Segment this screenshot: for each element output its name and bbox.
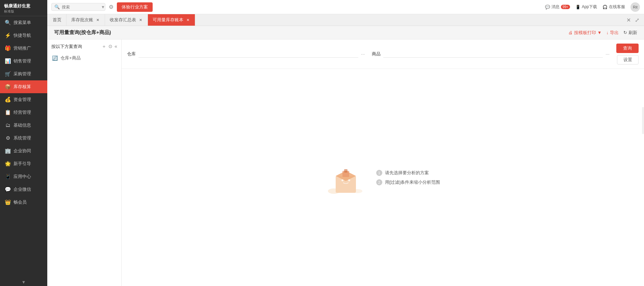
sidebar-item-newbie[interactable]: 🌟新手引导 (0, 157, 47, 170)
product-field: 商品 ··· (372, 50, 610, 58)
nav-icon-sales: 📊 (5, 58, 11, 64)
support-btn[interactable]: 🎧 在线客服 (602, 4, 625, 10)
step-num-1: 1 (376, 170, 382, 176)
sidebar: 畅康通好生意 标准版 🔍搜索菜单⚡快捷导航🎁营销推广📊销售管理🛒采购管理📦库存核… (0, 0, 47, 286)
query-settings-button[interactable]: 设置 (617, 55, 639, 64)
search-dropdown-icon[interactable]: ▼ (101, 5, 105, 9)
main-content: 仓库 ··· 商品 ··· 查询 设置 (122, 40, 644, 286)
nav-icon-system: ⚙ (5, 135, 11, 141)
tabs-bar: 首页 库存批次账 ✕ 收发存汇总表 ✕ 可用量库存账本 ✕ ✕ ⤢ (47, 14, 644, 26)
app-download-btn[interactable]: 📱 App下载 (575, 4, 597, 10)
warehouse-input[interactable] (138, 50, 358, 58)
sidebar-item-shortcut[interactable]: ⚡快捷导航 (0, 29, 47, 42)
search-box[interactable]: 🔍 ▼ (51, 3, 105, 11)
search-icon: 🔍 (54, 4, 60, 9)
nav-label-operation: 经营管理 (14, 109, 31, 115)
nav-label-purchase: 采购管理 (14, 71, 31, 77)
empty-step-1: 1 请先选择要分析的方案 (376, 170, 440, 176)
empty-step-2: 2 用[过滤]条件来缩小分析范围 (376, 179, 440, 185)
nav-icon-marketing: 🎁 (5, 45, 11, 51)
nav-label-finance: 资金管理 (14, 97, 31, 103)
sidebar-item-basic[interactable]: 🗂基础信息 (0, 119, 47, 132)
filter-scheme-label: 仓库+商品 (60, 55, 81, 61)
user-avatar[interactable]: Rit (630, 2, 640, 12)
tab-batch[interactable]: 库存批次账 ✕ (67, 14, 105, 26)
right-scrollbar[interactable] (642, 107, 644, 134)
sidebar-item-system[interactable]: ⚙系统管理 (0, 132, 47, 145)
content-area: 按以下方案查询 ＋ ⊙ « 🔄 仓库+商品 仓库 ··· (47, 40, 644, 286)
svg-rect-3 (344, 169, 347, 173)
page-title: 可用量查询(按仓库+商品) (54, 29, 111, 36)
topbar-right: 💬 消息 99+ 📱 App下载 🎧 在线客服 Rit (545, 2, 640, 12)
empty-state: 1 请先选择要分析的方案 2 用[过滤]条件来缩小分析范围 (122, 69, 644, 286)
sidebar-item-purchase[interactable]: 🛒采购管理 (0, 68, 47, 80)
warehouse-label: 仓库 (127, 51, 136, 57)
nav-label-shortcut: 快捷导航 (14, 32, 31, 38)
search-input[interactable] (62, 5, 99, 9)
sidebar-scroll-down[interactable]: ▼ (0, 278, 47, 286)
nav-icon-purchase: 🛒 (5, 71, 11, 77)
tab-summary-close[interactable]: ✕ (138, 18, 143, 22)
refresh-icon: ↻ (623, 30, 627, 35)
export-icon: ↓ (607, 30, 609, 35)
tab-expand[interactable]: ⤢ (634, 16, 641, 24)
filter-header-label: 按以下方案查询 (51, 44, 99, 50)
sidebar-item-search[interactable]: 🔍搜索菜单 (0, 16, 47, 29)
step-2-label: 用[过滤]条件来缩小分析范围 (385, 179, 440, 185)
nav-icon-newbie: 🌟 (5, 161, 11, 167)
sidebar-item-appstore[interactable]: 📱应用中心 (0, 170, 47, 183)
query-button[interactable]: 查询 (616, 44, 639, 53)
message-badge: 99+ (561, 5, 570, 9)
nav-label-system: 系统管理 (14, 135, 31, 141)
nav-label-appstore: 应用中心 (14, 174, 31, 180)
query-actions: 查询 设置 (616, 44, 639, 64)
step-1-label: 请先选择要分析的方案 (385, 170, 429, 176)
export-btn[interactable]: ↓ 导出 (607, 30, 619, 36)
tab-batch-label: 库存批次账 (71, 17, 93, 23)
filter-settings-icon[interactable]: ⊙ (108, 44, 112, 50)
support-label: 在线客服 (609, 4, 625, 10)
product-input[interactable] (383, 50, 603, 58)
sidebar-item-sales[interactable]: 📊销售管理 (0, 55, 47, 68)
nav-label-newbie: 新手引导 (14, 161, 31, 167)
sidebar-item-inventory[interactable]: 📦库存核算 (0, 80, 47, 93)
print-btn[interactable]: 🖨 按模板打印 ▼ (568, 30, 602, 36)
filter-add-icon[interactable]: ＋ (102, 44, 106, 50)
filter-header: 按以下方案查询 ＋ ⊙ « (47, 44, 121, 52)
svg-point-5 (348, 179, 350, 181)
brand-sub: 标准版 (4, 9, 43, 14)
print-dropdown-icon: ▼ (597, 30, 602, 35)
tab-home[interactable]: 首页 (48, 14, 67, 26)
filter-scheme-warehouse[interactable]: 🔄 仓库+商品 (47, 52, 121, 64)
sidebar-item-marketing[interactable]: 🎁营销推广 (0, 42, 47, 55)
sidebar-item-vip[interactable]: 👑畅会员 (0, 196, 47, 209)
message-icon: 💬 (545, 5, 550, 9)
product-more-icon[interactable]: ··· (606, 51, 610, 57)
tab-summary[interactable]: 收发存汇总表 ✕ (105, 14, 148, 26)
tab-available-close[interactable]: ✕ (185, 18, 190, 22)
sidebar-item-wechat[interactable]: 💬企业微信 (0, 183, 47, 196)
filter-collapse-icon[interactable]: « (114, 44, 117, 50)
warehouse-more-icon[interactable]: ··· (361, 51, 365, 57)
tab-batch-close[interactable]: ✕ (95, 18, 100, 22)
sidebar-item-finance[interactable]: 💰资金管理 (0, 93, 47, 106)
refresh-btn[interactable]: ↻ 刷新 (623, 30, 637, 36)
svg-point-6 (328, 188, 340, 194)
sidebar-item-operation[interactable]: 📋经营管理 (0, 106, 47, 119)
brand-name: 畅康通好生意 (4, 3, 43, 9)
message-btn[interactable]: 💬 消息 99+ (545, 4, 570, 10)
sidebar-item-corp[interactable]: 🏢企业协同 (0, 145, 47, 157)
product-label: 商品 (372, 51, 381, 57)
settings-icon[interactable]: ⚙ (109, 4, 113, 10)
nav-icon-inventory: 📦 (5, 84, 11, 90)
nav-icon-finance: 💰 (5, 97, 11, 103)
nav-icon-basic: 🗂 (5, 122, 11, 128)
step-num-2: 2 (376, 179, 382, 185)
main-area: 🔍 ▼ ⚙ 体验行业方案 💬 消息 99+ 📱 App下载 🎧 在线客服 Rit (47, 0, 644, 286)
trial-button[interactable]: 体验行业方案 (117, 2, 153, 12)
tab-available[interactable]: 可用量库存账本 ✕ (148, 14, 195, 26)
user-name: Rit (633, 5, 637, 9)
print-icon: 🖨 (568, 30, 573, 35)
nav-icon-shortcut: ⚡ (5, 32, 11, 38)
tab-close-current[interactable]: ✕ (625, 16, 632, 24)
